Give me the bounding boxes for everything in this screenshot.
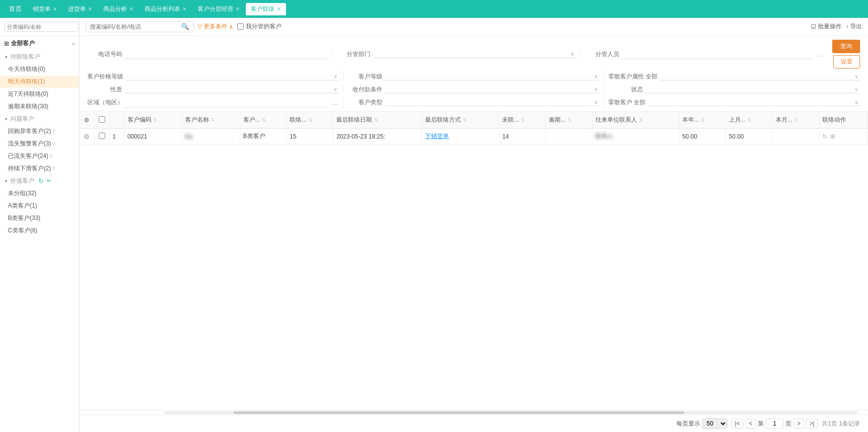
- filter-nature-select[interactable]: ∨: [124, 85, 339, 93]
- nav-tab-product-analysis[interactable]: 商品分析 ✕: [98, 3, 139, 15]
- filter-payment-label: 收付款条件: [348, 85, 382, 94]
- close-tab-icon[interactable]: ✕: [277, 6, 281, 12]
- close-tab-icon[interactable]: ✕: [88, 6, 92, 12]
- search-input[interactable]: [90, 23, 179, 30]
- filter-region-input[interactable]: [125, 98, 328, 107]
- batch-operation-button[interactable]: ☑ 批量操作: [811, 22, 842, 31]
- sidebar-c-class[interactable]: C类客户(6): [0, 224, 79, 237]
- prev-page-button[interactable]: <: [745, 419, 756, 429]
- nav-tab-customer-layering[interactable]: 客户分层经营 ✕: [193, 3, 245, 15]
- nav-tab-purchase[interactable]: 进货单 ✕: [63, 3, 97, 15]
- settings-button[interactable]: 设置: [833, 55, 860, 69]
- col-customer-name[interactable]: 客户名称 ⇅: [182, 112, 240, 129]
- filter-person-label: 分管人员: [584, 50, 619, 59]
- filter-nature: 性质 ∨: [87, 85, 339, 94]
- sort-icon: ⇅: [262, 117, 266, 123]
- more-filters-button[interactable]: ▽ 更多条件 ∧: [198, 22, 233, 31]
- col-checkbox[interactable]: [94, 112, 109, 129]
- row-gear[interactable]: ⚙: [79, 129, 94, 144]
- filter-retail-attr-select[interactable]: ∨: [659, 72, 860, 80]
- refresh-icon[interactable]: ↻: [38, 177, 44, 185]
- sidebar-search-input[interactable]: [4, 22, 78, 32]
- col-this-month[interactable]: 本月... ⇅: [772, 112, 819, 129]
- close-tab-icon[interactable]: ✕: [129, 6, 134, 12]
- filter-person-input[interactable]: [621, 50, 813, 59]
- search-button[interactable]: 🔍: [181, 23, 189, 30]
- last-page-button[interactable]: >|: [806, 419, 818, 429]
- help-icon[interactable]: ?: [52, 129, 55, 135]
- sort-icon: ⇅: [639, 117, 643, 123]
- next-page-button[interactable]: >: [794, 419, 804, 429]
- filter-row-1: 电话号码 分管部门 ∨ 分管人员 …: [87, 40, 860, 69]
- scroll-thumb[interactable]: [233, 411, 685, 414]
- filter-panel: 电话号码 分管部门 ∨ 分管人员 …: [79, 36, 868, 112]
- filter-customer-level-select[interactable]: ∨: [384, 72, 599, 80]
- close-tab-icon[interactable]: ✕: [182, 6, 187, 12]
- col-gear[interactable]: ⚙: [79, 112, 94, 129]
- page-number-input[interactable]: [766, 419, 784, 429]
- row-checkbox[interactable]: [94, 129, 109, 144]
- per-page-select[interactable]: 50 100 200: [702, 418, 727, 429]
- chevron-down-icon: ∨: [594, 99, 598, 105]
- contact-method-link[interactable]: 下销货单: [425, 133, 449, 140]
- nav-tab-customer-contact[interactable]: 客户联络 ✕: [246, 3, 286, 15]
- refresh-action-icon[interactable]: ↻: [822, 133, 827, 140]
- filter-customer-type-select[interactable]: ∨: [384, 98, 599, 106]
- region-ellipsis-button[interactable]: …: [330, 97, 339, 107]
- col-contact-count[interactable]: 联络... ⇅: [287, 112, 333, 129]
- row-last-contact-method[interactable]: 下销货单: [422, 129, 499, 144]
- select-all-checkbox[interactable]: [99, 116, 105, 123]
- col-this-year[interactable]: 本年... ⇅: [679, 112, 725, 129]
- sidebar-churned[interactable]: 已流失客户(24) ?: [0, 150, 79, 162]
- grid-icon: ⊞: [4, 40, 9, 47]
- col-customer-type[interactable]: 客户... ⇅: [240, 112, 287, 129]
- filter-payment-select[interactable]: ∨: [384, 85, 599, 93]
- sidebar-declining[interactable]: 持续下滑客户(2) ?: [0, 162, 79, 175]
- filter-customer-level: 客户等级 ∨: [348, 72, 599, 81]
- help-icon[interactable]: ?: [52, 166, 55, 172]
- checkbox-icon: ☑: [811, 23, 816, 30]
- nav-tab-sales[interactable]: 销货单 ✕: [28, 3, 62, 15]
- sidebar-today-contact[interactable]: 今天待联络(0): [0, 63, 79, 75]
- first-page-button[interactable]: |<: [731, 419, 743, 429]
- help-icon[interactable]: ?: [52, 141, 55, 147]
- filter-phone-input[interactable]: [124, 50, 327, 59]
- col-unit-contact[interactable]: 往来单位联系人 ⇅: [592, 112, 679, 129]
- query-button[interactable]: 查询: [832, 40, 860, 53]
- sidebar-tomorrow-contact[interactable]: 明天待联络(1): [0, 75, 79, 88]
- edit-icon[interactable]: ✏: [47, 178, 51, 184]
- nav-home[interactable]: 首页: [4, 2, 27, 15]
- col-overdue[interactable]: 逾期... ⇅: [546, 112, 592, 129]
- col-uncontact[interactable]: 未联... ⇅: [499, 112, 546, 129]
- close-tab-icon[interactable]: ✕: [235, 6, 240, 12]
- filter-price-level-select[interactable]: ∨: [125, 72, 339, 80]
- sidebar-repurchase-abnormal[interactable]: 回购异常客户(2) ?: [0, 125, 79, 138]
- row-this-month: [772, 129, 819, 144]
- scroll-track[interactable]: [164, 411, 858, 414]
- sidebar-a-class[interactable]: A类客户(1): [0, 200, 79, 212]
- sidebar-7days-contact[interactable]: 近7天待联络(0): [0, 88, 79, 100]
- close-tab-icon[interactable]: ✕: [53, 6, 57, 12]
- ellipsis-button[interactable]: …: [815, 49, 824, 59]
- sidebar-overdue-contact[interactable]: 逾期未联络(30): [0, 100, 79, 113]
- filter-dept-select[interactable]: ∨: [372, 50, 576, 58]
- sidebar-all-customers[interactable]: ⊞ 全部客户 «: [0, 36, 79, 51]
- filter-retail-customer-select[interactable]: ∨: [648, 98, 860, 106]
- sidebar-b-class[interactable]: B类客户(33): [0, 212, 79, 224]
- sidebar-ungrouped[interactable]: 未分组(32): [0, 187, 79, 200]
- grid-action-icon[interactable]: ⊞: [830, 133, 835, 140]
- my-customers-checkbox-label[interactable]: 我分管的客户: [237, 22, 282, 31]
- my-customers-checkbox[interactable]: [237, 23, 244, 30]
- col-last-contact-date[interactable]: 最后联络日期 ⇅: [333, 112, 422, 129]
- search-wrap: 🔍: [85, 21, 194, 32]
- row-select-checkbox[interactable]: [99, 133, 105, 139]
- export-button[interactable]: ↑ 导出: [846, 22, 862, 31]
- help-icon[interactable]: ?: [49, 153, 52, 159]
- col-last-month[interactable]: 上月... ⇅: [725, 112, 772, 129]
- col-last-contact-method[interactable]: 最后联络方式 ⇅: [422, 112, 499, 129]
- footer: 每页显示 50 100 200 |< < 第 页 > >| 共1页 1条记录: [79, 415, 868, 432]
- filter-status-select[interactable]: ∨: [645, 85, 860, 93]
- nav-tab-product-list[interactable]: 商品分析列表 ✕: [140, 3, 192, 15]
- sidebar-churn-warning[interactable]: 流失预警客户(3) ?: [0, 138, 79, 150]
- col-customer-code[interactable]: 客户编码 ⇅: [124, 112, 182, 129]
